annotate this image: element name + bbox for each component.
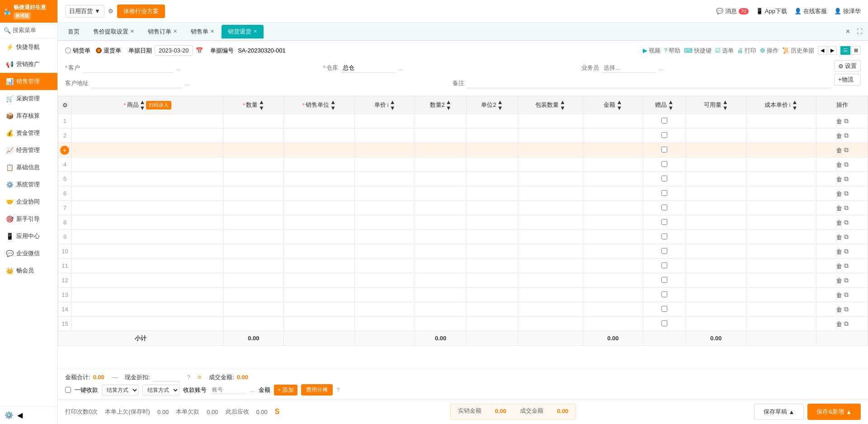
sidebar-item-sales[interactable]: 📊 销售管理: [0, 73, 57, 90]
radio-sales[interactable]: 销货单: [65, 47, 90, 55]
qty-sort-btns[interactable]: ▲▼: [259, 99, 264, 111]
calendar-icon[interactable]: 📅: [196, 47, 203, 54]
warehouse-dots[interactable]: ...: [398, 65, 403, 71]
gift-checkbox[interactable]: [661, 176, 667, 181]
delete-icon[interactable]: 🗑: [836, 132, 842, 139]
delete-icon[interactable]: 🗑: [836, 219, 842, 226]
gift-checkbox[interactable]: [661, 291, 667, 297]
app-download-btn[interactable]: 📱 App下载: [756, 7, 787, 15]
fullscreen-btn[interactable]: ⛶: [855, 27, 864, 36]
delete-icon[interactable]: 🗑: [836, 147, 842, 154]
prev-btn[interactable]: ◀: [818, 46, 827, 55]
gift-checkbox[interactable]: [661, 248, 667, 254]
tab-sales-goods[interactable]: 销售单 ✕: [184, 25, 221, 38]
tab-home[interactable]: 首页: [61, 25, 86, 38]
grid-view-btn[interactable]: ⊞: [851, 46, 861, 55]
copy-icon[interactable]: ⧉: [844, 305, 849, 313]
gift-checkbox[interactable]: [661, 161, 667, 167]
list-view-btn[interactable]: ☰: [840, 46, 850, 55]
copy-icon[interactable]: ⧉: [844, 233, 849, 241]
delete-icon[interactable]: 🗑: [836, 291, 842, 299]
close-tab-btn[interactable]: ✕: [844, 27, 852, 36]
gift-checkbox[interactable]: [661, 219, 667, 225]
action-print[interactable]: 🖨 打印: [737, 47, 756, 55]
save-new-btn[interactable]: 保存&新增 ▲: [807, 404, 861, 420]
available-sort-btns[interactable]: ▲▼: [722, 99, 728, 111]
tab-sales-goods-close[interactable]: ✕: [210, 29, 214, 34]
gift-checkbox[interactable]: [661, 118, 667, 124]
sidebar-item-member[interactable]: 👑 畅会员: [0, 262, 57, 279]
radio-return[interactable]: 退货单: [96, 47, 121, 55]
gift-checkbox[interactable]: [661, 147, 667, 152]
search-menu[interactable]: 🔍 搜索菜单: [0, 23, 57, 38]
radio-sales-input[interactable]: [65, 48, 71, 53]
copy-icon[interactable]: ⧉: [844, 320, 849, 328]
tab-price-setting[interactable]: 售价提取设置 ✕: [87, 25, 141, 38]
gift-checkbox[interactable]: [661, 277, 667, 283]
sidebar-item-corp-collab[interactable]: 🤝 企业协同: [0, 193, 57, 210]
delete-icon[interactable]: 🗑: [836, 320, 842, 328]
tab-sales-order-close[interactable]: ✕: [173, 29, 177, 34]
copy-icon[interactable]: ⧉: [844, 276, 849, 284]
unit-price-tip-icon[interactable]: ℹ: [387, 102, 389, 108]
settings-btn[interactable]: ⚙: [108, 8, 113, 14]
delete-icon[interactable]: 🗑: [836, 248, 842, 255]
gift-checkbox[interactable]: [661, 190, 667, 196]
add-row-btn[interactable]: +: [60, 146, 69, 155]
scan-btn[interactable]: 扫码录入: [146, 101, 171, 110]
product-sort-btns[interactable]: ▲▼: [140, 99, 146, 111]
tab-sales-return-close[interactable]: ✕: [253, 29, 257, 34]
delete-icon[interactable]: 🗑: [836, 161, 842, 168]
copy-icon[interactable]: ⧉: [844, 262, 849, 270]
gift-checkbox[interactable]: [661, 205, 667, 210]
salesperson-dots[interactable]: ...: [659, 65, 664, 71]
calculation-select[interactable]: 结算方式: [142, 385, 179, 395]
unit-sort-btns[interactable]: ▲▼: [330, 99, 336, 111]
gift-sort-btns[interactable]: ▲▼: [668, 99, 674, 111]
copy-icon[interactable]: ⧉: [844, 190, 849, 197]
amount-sort-btns[interactable]: ▲▼: [616, 99, 622, 111]
customer-dots[interactable]: ...: [176, 65, 181, 71]
tab-sales-return[interactable]: 销货退货 ✕: [222, 25, 264, 38]
address-dots[interactable]: ...: [184, 80, 189, 87]
trial-btn[interactable]: 体验行业方案: [117, 5, 165, 18]
gift-checkbox[interactable]: [661, 132, 667, 138]
expense-split-btn[interactable]: 费用分摊: [301, 384, 333, 395]
online-service-btn[interactable]: 👤 在线客服: [794, 7, 827, 15]
delete-icon[interactable]: 🗑: [836, 118, 842, 125]
copy-icon[interactable]: ⧉: [844, 132, 849, 139]
action-video[interactable]: ▶ 视频: [643, 47, 660, 55]
sidebar-item-app-center[interactable]: 📱 应用中心: [0, 228, 57, 245]
remark-input[interactable]: [467, 78, 831, 88]
settings-gear-icon[interactable]: ⚙️: [5, 411, 14, 419]
add-btn[interactable]: + 添加: [274, 385, 298, 395]
sidebar-item-marketing[interactable]: 📢 营销推广: [0, 56, 57, 73]
copy-icon[interactable]: ⧉: [844, 161, 849, 168]
unit-price-sort-btns[interactable]: ▲▼: [390, 99, 396, 111]
sidebar-item-system[interactable]: ⚙️ 系统管理: [0, 176, 57, 193]
gift-checkbox[interactable]: [661, 320, 667, 326]
settlement-select[interactable]: 结算方式: [102, 385, 139, 395]
delete-icon[interactable]: 🗑: [836, 190, 842, 197]
radio-return-input[interactable]: [96, 48, 102, 53]
settings-btn-form[interactable]: ⚙ 设置: [834, 60, 861, 72]
product-input[interactable]: [74, 147, 222, 153]
sidebar-item-basic-info[interactable]: 📋 基础信息: [0, 159, 57, 176]
copy-icon[interactable]: ⧉: [844, 248, 849, 255]
sidebar-item-finance[interactable]: 💰 资金管理: [0, 124, 57, 142]
qty2-sort-btns[interactable]: ▲▼: [446, 99, 452, 111]
delete-icon[interactable]: 🗑: [836, 233, 842, 241]
collapse-icon[interactable]: ◀: [17, 411, 23, 419]
cost-price-tip-icon[interactable]: ℹ: [789, 102, 791, 108]
action-help[interactable]: ? 帮助: [664, 47, 680, 55]
message-btn[interactable]: 💬 消息 70: [716, 7, 749, 15]
sidebar-item-inventory[interactable]: 📦 库存核算: [0, 107, 57, 124]
user-profile[interactable]: 👤 徐泽华: [834, 7, 861, 15]
industry-select[interactable]: 日用百货 ▼: [65, 5, 104, 18]
action-select[interactable]: ☑ 选单: [715, 47, 734, 55]
pack-qty-sort-btns[interactable]: ▲▼: [560, 99, 566, 111]
gift-checkbox[interactable]: [661, 306, 667, 312]
delete-icon[interactable]: 🗑: [836, 306, 842, 313]
unit2-sort-btns[interactable]: ▲▼: [497, 99, 503, 111]
logistics-btn[interactable]: +物流: [834, 74, 861, 86]
